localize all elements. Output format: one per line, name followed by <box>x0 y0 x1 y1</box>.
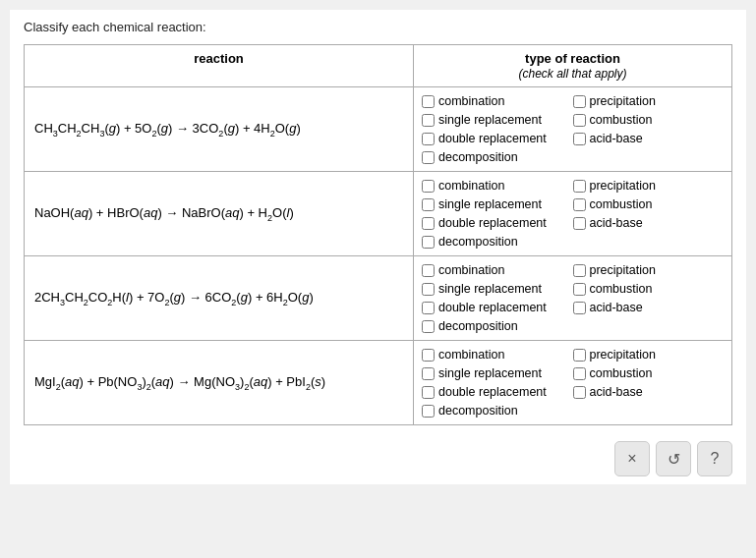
checkbox-acid-base-2[interactable] <box>573 217 586 230</box>
checkbox-acid-base-1[interactable] <box>573 133 586 145</box>
option-decomposition-3[interactable]: decomposition <box>422 318 573 334</box>
option-double-replacement-4[interactable]: double replacement <box>422 384 573 400</box>
option-combustion-1[interactable]: combustion <box>573 112 725 128</box>
options-cell-2: combination precipitation single replace… <box>414 172 732 256</box>
instruction-text: Classify each chemical reaction: <box>24 20 732 34</box>
reaction-cell-2: NaOH(aq) + HBrO(aq) → NaBrO(aq) + H2O(l) <box>25 172 414 256</box>
type-header: type of reaction (check all that apply) <box>414 45 732 87</box>
equation-4: MgI2(aq) + Pb(NO3)2(aq) → Mg(NO3)2(aq) +… <box>34 374 325 389</box>
checkbox-combustion-3[interactable] <box>573 283 586 296</box>
option-double-replacement-2[interactable]: double replacement <box>422 215 573 231</box>
options-cell-3: combination precipitation single replace… <box>414 256 732 341</box>
option-single-replacement-2[interactable]: single replacement <box>422 196 573 212</box>
table-row: 2CH3CH2CO2H(l) + 7O2(g) → 6CO2(g) + 6H2O… <box>25 256 732 341</box>
option-combustion-2[interactable]: combustion <box>573 196 725 212</box>
reaction-header: reaction <box>25 45 414 87</box>
checkbox-decomposition-1[interactable] <box>422 151 435 164</box>
table-row: NaOH(aq) + HBrO(aq) → NaBrO(aq) + H2O(l)… <box>25 172 732 256</box>
option-single-replacement-3[interactable]: single replacement <box>422 281 573 297</box>
option-combination-4[interactable]: combination <box>422 347 573 363</box>
table-row: MgI2(aq) + Pb(NO3)2(aq) → Mg(NO3)2(aq) +… <box>25 341 732 425</box>
option-acid-base-2[interactable]: acid-base <box>573 215 725 231</box>
options-grid-1: combination precipitation single replace… <box>422 93 724 165</box>
checkbox-double-replacement-1[interactable] <box>422 133 435 145</box>
checkbox-combination-2[interactable] <box>422 180 435 193</box>
option-precipitation-1[interactable]: precipitation <box>573 93 725 109</box>
option-double-replacement-1[interactable]: double replacement <box>422 131 573 146</box>
equation-3: 2CH3CH2CO2H(l) + 7O2(g) → 6CO2(g) + 6H2O… <box>34 290 314 305</box>
checkbox-acid-base-4[interactable] <box>573 386 586 399</box>
checkbox-combustion-1[interactable] <box>573 114 586 127</box>
bottom-bar: × ↺ ? <box>614 441 732 476</box>
checkbox-single-replacement-2[interactable] <box>422 198 435 211</box>
reaction-cell-3: 2CH3CH2CO2H(l) + 7O2(g) → 6CO2(g) + 6H2O… <box>25 256 414 341</box>
checkbox-precipitation-3[interactable] <box>573 264 586 277</box>
option-combination-3[interactable]: combination <box>422 262 573 278</box>
reaction-cell-4: MgI2(aq) + Pb(NO3)2(aq) → Mg(NO3)2(aq) +… <box>25 341 414 425</box>
option-precipitation-4[interactable]: precipitation <box>573 347 725 363</box>
checkbox-precipitation-1[interactable] <box>573 95 586 108</box>
classification-table: reaction type of reaction (check all tha… <box>24 44 732 425</box>
equation-1: CH3CH2CH3(g) + 5O2(g) → 3CO2(g) + 4H2O(g… <box>34 121 301 136</box>
checkbox-combustion-4[interactable] <box>573 367 586 380</box>
option-single-replacement-1[interactable]: single replacement <box>422 112 573 128</box>
checkbox-decomposition-2[interactable] <box>422 236 435 249</box>
reaction-cell-1: CH3CH2CH3(g) + 5O2(g) → 3CO2(g) + 4H2O(g… <box>25 87 414 172</box>
option-combination-1[interactable]: combination <box>422 93 573 109</box>
close-button[interactable]: × <box>614 441 650 476</box>
option-precipitation-3[interactable]: precipitation <box>573 262 725 278</box>
options-cell-1: combination precipitation single replace… <box>414 87 732 172</box>
options-grid-2: combination precipitation single replace… <box>422 178 724 250</box>
option-acid-base-3[interactable]: acid-base <box>573 300 725 315</box>
option-double-replacement-3[interactable]: double replacement <box>422 300 573 315</box>
options-grid-3: combination precipitation single replace… <box>422 262 724 334</box>
checkbox-single-replacement-3[interactable] <box>422 283 435 296</box>
checkbox-decomposition-3[interactable] <box>422 320 435 333</box>
checkbox-combination-3[interactable] <box>422 264 435 277</box>
checkbox-single-replacement-4[interactable] <box>422 367 435 380</box>
checkbox-combination-4[interactable] <box>422 349 435 362</box>
checkbox-decomposition-4[interactable] <box>422 405 435 418</box>
checkbox-double-replacement-4[interactable] <box>422 386 435 399</box>
table-row: CH3CH2CH3(g) + 5O2(g) → 3CO2(g) + 4H2O(g… <box>25 87 732 172</box>
checkbox-acid-base-3[interactable] <box>573 302 586 314</box>
checkbox-precipitation-4[interactable] <box>573 349 586 362</box>
main-container: Classify each chemical reaction: reactio… <box>10 10 746 484</box>
option-precipitation-2[interactable]: precipitation <box>573 178 725 194</box>
equation-2: NaOH(aq) + HBrO(aq) → NaBrO(aq) + H2O(l) <box>34 205 294 220</box>
option-acid-base-1[interactable]: acid-base <box>573 131 725 146</box>
checkbox-combustion-2[interactable] <box>573 198 586 211</box>
options-cell-4: combination precipitation single replace… <box>414 341 732 425</box>
checkbox-double-replacement-3[interactable] <box>422 302 435 314</box>
option-combination-2[interactable]: combination <box>422 178 573 194</box>
checkbox-combination-1[interactable] <box>422 95 435 108</box>
checkbox-single-replacement-1[interactable] <box>422 114 435 127</box>
option-combustion-4[interactable]: combustion <box>573 365 725 381</box>
option-decomposition-2[interactable]: decomposition <box>422 234 573 250</box>
option-combustion-3[interactable]: combustion <box>573 281 725 297</box>
option-decomposition-4[interactable]: decomposition <box>422 403 573 418</box>
option-decomposition-1[interactable]: decomposition <box>422 149 573 165</box>
option-acid-base-4[interactable]: acid-base <box>573 384 725 400</box>
option-single-replacement-4[interactable]: single replacement <box>422 365 573 381</box>
reset-button[interactable]: ↺ <box>656 441 691 476</box>
checkbox-double-replacement-2[interactable] <box>422 217 435 230</box>
help-button[interactable]: ? <box>697 441 732 476</box>
options-grid-4: combination precipitation single replace… <box>422 347 724 418</box>
checkbox-precipitation-2[interactable] <box>573 180 586 193</box>
